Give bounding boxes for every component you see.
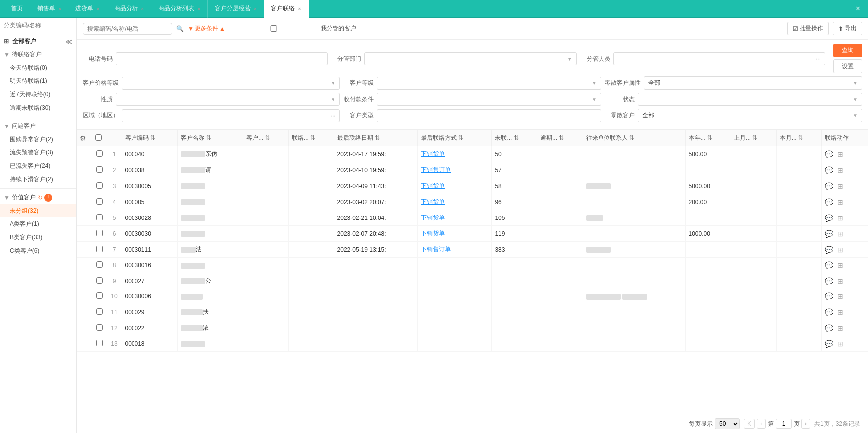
chat-icon[interactable]: 💬 xyxy=(825,150,833,158)
more-action-icon[interactable]: ⊞ xyxy=(837,150,843,158)
page-number-input[interactable] xyxy=(776,419,792,429)
row-checkbox[interactable] xyxy=(96,261,103,268)
query-button[interactable]: 查询 xyxy=(833,44,862,57)
sidebar-all-customers[interactable]: ⊞ 全部客户 ≪ xyxy=(0,33,76,48)
chat-icon[interactable]: 💬 xyxy=(825,340,833,348)
row-checkbox[interactable] xyxy=(96,340,103,346)
row-checkbox-cell[interactable] xyxy=(92,210,107,226)
row-checkbox-cell[interactable] xyxy=(92,226,107,242)
my-customers-input[interactable] xyxy=(229,25,319,32)
sidebar-group-value[interactable]: ▼ 价值客户 ↻ ! xyxy=(0,191,76,204)
tab-customer-segment[interactable]: 客户分层经营 × xyxy=(208,0,264,18)
col-settings[interactable]: ⚙ xyxy=(77,130,92,146)
more-action-icon[interactable]: ⊞ xyxy=(837,324,843,332)
price-level-input[interactable]: ▼ xyxy=(122,77,340,90)
row-checkbox[interactable] xyxy=(96,324,103,331)
row-checkbox[interactable] xyxy=(96,198,103,205)
search-input[interactable] xyxy=(83,23,172,35)
col-check[interactable] xyxy=(92,130,107,146)
tab-close-customer-segment[interactable]: × xyxy=(254,6,257,12)
tab-close-product-analysis-list[interactable]: × xyxy=(197,6,200,12)
search-button[interactable]: 🔍 xyxy=(176,25,184,32)
payment-input[interactable]: ▼ xyxy=(377,93,601,106)
more-action-icon[interactable]: ⊞ xyxy=(837,230,843,238)
row-last-method[interactable] xyxy=(418,289,492,304)
more-action-icon[interactable]: ⊞ xyxy=(837,308,843,316)
row-checkbox[interactable] xyxy=(96,292,103,299)
row-checkbox[interactable] xyxy=(96,246,103,252)
row-last-method[interactable]: 下销售订单 xyxy=(418,242,492,258)
sidebar-item-7days-pending[interactable]: 近7天待联络(0) xyxy=(0,88,76,101)
row-checkbox-cell[interactable] xyxy=(92,336,107,352)
row-last-method[interactable]: 下销货单 xyxy=(418,194,492,210)
col-name[interactable]: 客户名称 ⇅ xyxy=(178,130,243,146)
tab-close-all[interactable]: × xyxy=(852,4,864,13)
region-input[interactable]: ··· xyxy=(122,109,340,122)
dept-input[interactable]: ▼ xyxy=(364,52,576,65)
chat-icon[interactable]: 💬 xyxy=(825,261,833,269)
row-last-method[interactable] xyxy=(418,273,492,289)
col-last-method[interactable]: 最后联络方式 ⇅ xyxy=(418,130,492,146)
per-page-select[interactable]: 50 100 200 xyxy=(715,418,740,429)
row-last-method[interactable]: 下销货单 xyxy=(418,210,492,226)
col-code[interactable]: 客户编码 ⇅ xyxy=(122,130,178,146)
more-action-icon[interactable]: ⊞ xyxy=(837,182,843,190)
tab-product-analysis[interactable]: 商品分析 × xyxy=(107,0,151,18)
region-more[interactable]: ··· xyxy=(331,112,335,119)
nature-input[interactable]: ▼ xyxy=(116,93,340,106)
row-last-method[interactable]: 下销货单 xyxy=(418,178,492,194)
customer-level-input[interactable]: ▼ xyxy=(377,77,601,90)
more-action-icon[interactable]: ⊞ xyxy=(837,292,843,300)
row-last-method[interactable] xyxy=(418,320,492,336)
first-page-button[interactable]: K xyxy=(744,419,755,429)
phone-input[interactable] xyxy=(116,52,328,65)
row-checkbox-cell[interactable] xyxy=(92,194,107,210)
col-no-contact[interactable]: 未联... ⇅ xyxy=(492,130,537,146)
chat-icon[interactable]: 💬 xyxy=(825,292,833,300)
status-input[interactable]: ▼ xyxy=(638,93,862,106)
more-action-icon[interactable]: ⊞ xyxy=(837,261,843,269)
tab-purchase[interactable]: 进货单 × xyxy=(68,0,107,18)
sidebar-item-class-b[interactable]: B类客户(33) xyxy=(0,231,76,244)
col-unit-contact[interactable]: 往来单位联系人 ⇅ xyxy=(583,130,685,146)
customer-type-input[interactable] xyxy=(377,109,601,122)
sidebar-item-churn-warning[interactable]: 流失预警客户(3) xyxy=(0,146,76,159)
tab-close-customer-contact[interactable]: × xyxy=(298,6,301,12)
sidebar-search-input[interactable] xyxy=(4,22,77,29)
sidebar-item-declining[interactable]: 持续下滑客户(2) xyxy=(0,173,76,186)
chat-icon[interactable]: 💬 xyxy=(825,308,833,316)
sidebar-item-class-c[interactable]: C类客户(6) xyxy=(0,244,76,258)
row-last-method[interactable]: 下销售订单 xyxy=(418,162,492,178)
sidebar-item-overdue-pending[interactable]: 逾期未联络(30) xyxy=(0,101,76,115)
row-last-method[interactable]: 下销货单 xyxy=(418,146,492,162)
row-checkbox[interactable] xyxy=(96,230,103,236)
row-checkbox-cell[interactable] xyxy=(92,178,107,194)
more-conditions-button[interactable]: ▼ 更多条件 ▲ xyxy=(188,24,225,33)
row-last-method[interactable]: 下销货单 xyxy=(418,226,492,242)
more-action-icon[interactable]: ⊞ xyxy=(837,198,843,206)
col-last-date[interactable]: 最后联络日期 ⇅ xyxy=(334,130,418,146)
row-checkbox-cell[interactable] xyxy=(92,289,107,304)
tab-customer-contact[interactable]: 客户联络 × xyxy=(264,0,308,18)
sidebar-item-today-pending[interactable]: 今天待联络(0) xyxy=(0,61,76,74)
sidebar-group-pending[interactable]: ▼ 待联络客户 xyxy=(0,48,76,61)
next-page-button[interactable]: › xyxy=(801,419,810,429)
col-this-year[interactable]: 本年... ⇅ xyxy=(685,130,731,146)
chat-icon[interactable]: 💬 xyxy=(825,230,833,238)
sidebar-item-tomorrow-pending[interactable]: 明天待联络(1) xyxy=(0,74,76,88)
sidebar-group-problem[interactable]: ▼ 问题客户 xyxy=(0,119,76,133)
row-last-method[interactable] xyxy=(418,336,492,352)
my-customers-checkbox[interactable]: 我分管的客户 xyxy=(229,24,356,33)
zero-retail-attr-input[interactable]: 全部 ▼ xyxy=(644,76,862,90)
chat-icon[interactable]: 💬 xyxy=(825,214,833,222)
col-this-month[interactable]: 本月... ⇅ xyxy=(776,130,822,146)
tab-close-sales[interactable]: × xyxy=(58,6,61,12)
tab-close-purchase[interactable]: × xyxy=(96,6,99,12)
row-checkbox-cell[interactable] xyxy=(92,273,107,289)
more-action-icon[interactable]: ⊞ xyxy=(837,246,843,254)
chat-icon[interactable]: 💬 xyxy=(825,246,833,254)
select-all-checkbox[interactable] xyxy=(95,134,102,141)
row-checkbox-cell[interactable] xyxy=(92,146,107,162)
row-checkbox-cell[interactable] xyxy=(92,162,107,178)
row-checkbox[interactable] xyxy=(96,308,103,315)
